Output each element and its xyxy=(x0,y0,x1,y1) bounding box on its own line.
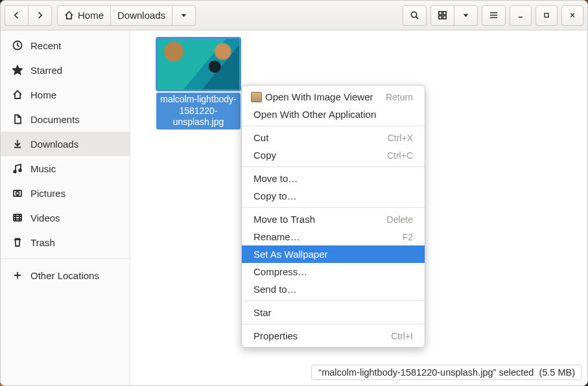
close-button[interactable] xyxy=(561,5,583,26)
chevron-right-icon xyxy=(35,10,45,20)
close-icon xyxy=(569,10,576,20)
search-button[interactable] xyxy=(403,5,427,26)
plus-icon xyxy=(12,270,23,280)
status-bar: “malcolm-lightbody-1581220-unsplash.jpg”… xyxy=(311,365,582,380)
sidebar-item-home[interactable]: Home xyxy=(1,82,130,107)
menu-separator xyxy=(242,166,425,167)
menu-move-to[interactable]: Move to… xyxy=(242,170,425,187)
view-controls xyxy=(430,5,478,26)
menu-cut[interactable]: Cut Ctrl+X xyxy=(242,129,425,146)
menu-set-as-wallpaper[interactable]: Set As Wallpaper xyxy=(242,245,425,263)
sidebar-item-label: Music xyxy=(30,163,56,174)
sidebar-item-other-locations[interactable]: Other Locations xyxy=(1,263,130,288)
sidebar-item-starred[interactable]: Starred xyxy=(1,58,130,82)
menu-copy-to[interactable]: Copy to… xyxy=(242,187,425,205)
sidebar-item-downloads[interactable]: Downloads xyxy=(1,131,130,156)
minimize-button[interactable] xyxy=(510,5,532,26)
menu-item-label: Open With Image Viewer xyxy=(265,91,373,102)
menu-item-accel: Ctrl+X xyxy=(388,133,413,143)
sidebar-item-recent[interactable]: Recent xyxy=(1,33,130,58)
file-name-label: malcolm-lightbody-1581220-unsplash.jpg xyxy=(156,93,241,130)
sidebar-item-documents[interactable]: Documents xyxy=(1,107,130,131)
menu-move-to-trash[interactable]: Move to Trash Delete xyxy=(242,210,425,228)
triangle-down-icon xyxy=(461,10,471,20)
sidebar-item-label: Other Locations xyxy=(30,270,99,281)
menu-separator xyxy=(242,207,425,208)
menu-item-accel: Return xyxy=(386,92,413,102)
home-icon xyxy=(12,89,23,100)
icon-view-icon xyxy=(438,10,447,20)
status-size: (5.5 MB) xyxy=(539,367,575,378)
menu-compress[interactable]: Compress… xyxy=(242,263,425,280)
maximize-button[interactable] xyxy=(535,5,558,26)
status-text: “malcolm-lightbody-1581220-unsplash.jpg”… xyxy=(318,367,534,378)
menu-star[interactable]: Star xyxy=(242,304,425,321)
clock-icon xyxy=(12,40,23,51)
sidebar: Recent Starred Home Documents Downloads … xyxy=(1,30,130,385)
videos-icon xyxy=(12,212,23,223)
forward-button[interactable] xyxy=(28,5,52,26)
trash-icon xyxy=(12,237,23,247)
nav-buttons xyxy=(5,5,52,26)
sidebar-item-pictures[interactable]: Pictures xyxy=(1,181,130,205)
menu-rename[interactable]: Rename… F2 xyxy=(242,228,425,245)
menu-item-label: Move to… xyxy=(253,173,298,184)
sidebar-item-videos[interactable]: Videos xyxy=(1,205,130,230)
view-options-button[interactable] xyxy=(454,5,478,26)
svg-rect-1 xyxy=(439,12,442,15)
svg-rect-5 xyxy=(545,14,548,17)
titlebar: Home Downloads xyxy=(1,1,587,30)
menu-copy[interactable]: Copy Ctrl+C xyxy=(242,146,425,164)
sidebar-item-label: Pictures xyxy=(30,188,65,199)
menu-item-label: Open With Other Application xyxy=(253,109,376,120)
file-item[interactable]: malcolm-lightbody-1581220-unsplash.jpg xyxy=(156,38,241,130)
file-manager-window: Home Downloads xyxy=(0,0,588,386)
svg-point-10 xyxy=(16,192,19,195)
maximize-icon xyxy=(543,10,550,20)
path-home[interactable]: Home xyxy=(57,5,111,26)
pictures-icon xyxy=(12,188,23,198)
search-icon xyxy=(410,10,419,20)
minimize-icon xyxy=(517,10,524,20)
menu-send-to[interactable]: Send to… xyxy=(242,280,425,298)
svg-point-0 xyxy=(411,12,416,17)
hamburger-icon xyxy=(489,10,499,20)
sidebar-item-label: Home xyxy=(30,89,56,100)
menu-properties[interactable]: Properties Ctrl+I xyxy=(242,327,425,345)
sidebar-item-trash[interactable]: Trash xyxy=(1,230,130,255)
menu-open-with-other[interactable]: Open With Other Application xyxy=(242,106,425,123)
path-current[interactable]: Downloads xyxy=(110,5,172,26)
menu-item-label: Properties xyxy=(253,330,298,341)
sidebar-item-label: Videos xyxy=(30,212,60,223)
path-home-label: Home xyxy=(78,10,104,21)
menu-item-label: Copy to… xyxy=(253,190,297,201)
triangle-down-icon xyxy=(179,10,189,20)
menu-item-label: Send to… xyxy=(253,284,297,295)
context-menu: Open With Image Viewer Return Open With … xyxy=(241,85,425,348)
menu-item-label: Compress… xyxy=(253,266,307,277)
path-menu-button[interactable] xyxy=(172,5,196,26)
svg-point-8 xyxy=(19,169,21,172)
menu-item-accel: Ctrl+I xyxy=(391,331,413,341)
view-mode-button[interactable] xyxy=(430,5,454,26)
path-bar: Home Downloads xyxy=(57,5,196,26)
svg-rect-2 xyxy=(443,12,446,15)
download-icon xyxy=(12,139,23,149)
document-icon xyxy=(12,114,23,124)
sidebar-item-label: Documents xyxy=(30,114,80,125)
sidebar-item-music[interactable]: Music xyxy=(1,156,130,181)
path-current-label: Downloads xyxy=(117,10,165,21)
menu-open-with-default[interactable]: Open With Image Viewer Return xyxy=(242,88,425,106)
menu-item-label: Move to Trash xyxy=(253,214,315,225)
menu-item-label: Rename… xyxy=(253,231,300,242)
home-icon xyxy=(64,10,74,20)
svg-point-7 xyxy=(14,170,16,173)
menu-item-label: Star xyxy=(253,307,272,318)
sidebar-item-label: Downloads xyxy=(30,139,78,150)
sidebar-item-label: Starred xyxy=(30,65,62,76)
hamburger-menu-button[interactable] xyxy=(482,5,506,26)
menu-item-label: Set As Wallpaper xyxy=(253,249,328,260)
chevron-left-icon xyxy=(12,10,21,20)
back-button[interactable] xyxy=(5,5,29,26)
menu-separator xyxy=(242,324,425,324)
